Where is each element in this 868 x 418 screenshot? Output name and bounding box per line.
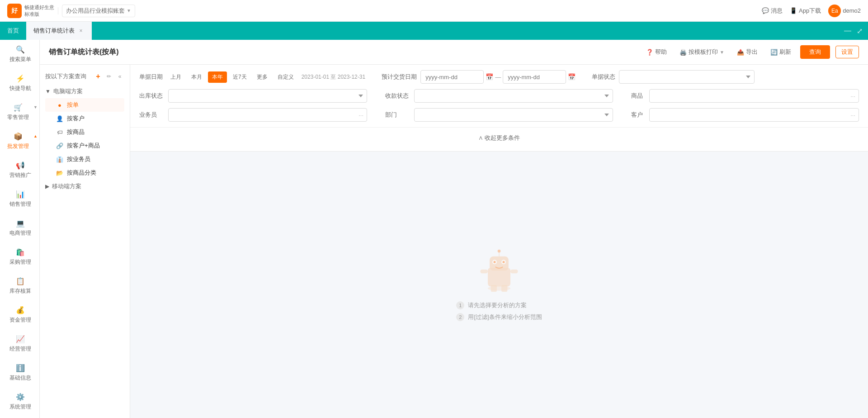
customer-more-icon[interactable]: ··· xyxy=(850,112,855,119)
top-bar-left: 好 畅捷通好生意 标准版 办公用品行业模拟账套 ▼ xyxy=(7,4,135,18)
filter-expected-date: 预计交货日期 📅 — 📅 xyxy=(382,70,576,84)
sidebar-item-label: 搜索菜单 xyxy=(9,56,31,63)
product-more-icon[interactable]: ··· xyxy=(850,93,855,100)
date-calendar-icon[interactable]: 📅 xyxy=(486,73,493,81)
scheme-item-label: 按业务员 xyxy=(67,155,90,163)
sidebar-item-label: 系统管理 xyxy=(9,403,31,411)
date-range-input: 📅 — 📅 xyxy=(420,70,576,84)
product-input[interactable] xyxy=(649,89,859,103)
refresh-btn[interactable]: 🔄 刷新 xyxy=(767,46,795,58)
filter-status: 单据状态 xyxy=(592,70,859,84)
top-bar: 好 畅捷通好生意 标准版 办公用品行业模拟账套 ▼ 💬 消息 📱 App下载 E… xyxy=(0,0,868,22)
sidebar-item-retail[interactable]: 🛒 零售管理 ▼ xyxy=(0,98,39,127)
user-area[interactable]: Ea demo2 xyxy=(828,5,861,17)
tab-maximize-btn[interactable]: ⤢ xyxy=(855,25,864,37)
scheme-edit-btn[interactable]: ✏ xyxy=(104,72,113,81)
sidebar-item-label: 资金管理 xyxy=(9,316,31,324)
svg-point-6 xyxy=(502,261,505,263)
message-btn[interactable]: 💬 消息 xyxy=(762,7,783,15)
settings-btn[interactable]: 设置 xyxy=(835,46,859,58)
scheme-add-btn[interactable]: + xyxy=(94,72,103,81)
status-select[interactable] xyxy=(619,70,755,84)
basic-info-icon: ℹ️ xyxy=(16,364,25,372)
scheme-item-by-product[interactable]: 🏷 按商品 xyxy=(45,125,124,139)
tab-sales-stat-label: 销售订单统计表 xyxy=(33,27,75,35)
tab-bar-actions: — ⤢ xyxy=(842,25,868,37)
refresh-icon: 🔄 xyxy=(770,49,778,56)
mobile-group-arrow-icon: ▶ xyxy=(45,183,49,190)
customer-control: ··· xyxy=(649,108,859,122)
sidebar-item-wholesale[interactable]: 📦 批发管理 ▲ xyxy=(0,127,39,156)
scheme-item-label: 按商品分类 xyxy=(67,169,96,177)
scheme-item-by-customer-product[interactable]: 🔗 按客户+商品 xyxy=(45,139,124,152)
scheme-item-by-category[interactable]: 📂 按商品分类 xyxy=(45,166,124,180)
filter-pay-status: 收款状态 xyxy=(385,89,613,103)
customer-input[interactable] xyxy=(649,108,859,122)
date-chip-7days[interactable]: 近7天 xyxy=(229,71,251,83)
sidebar-item-enterprise-collab[interactable]: 🤝 企业协同 xyxy=(0,416,39,418)
scheme-item-label: 按客户 xyxy=(67,114,85,123)
stock-status-select[interactable] xyxy=(168,89,367,103)
date-chip-more[interactable]: 更多 xyxy=(253,71,272,83)
tab-home-label: 首页 xyxy=(7,27,19,35)
department-select[interactable] xyxy=(414,108,613,122)
message-icon: 💬 xyxy=(762,7,769,14)
sidebar-item-search-menu[interactable]: 🔍 搜索菜单 xyxy=(0,40,39,69)
tab-close-icon[interactable]: × xyxy=(77,27,85,34)
scheme-group-mobile-title[interactable]: ▶ 移动端方案 xyxy=(45,180,124,193)
scheme-item-by-customer[interactable]: 👤 按客户 xyxy=(45,112,124,125)
date-chip-last-month[interactable]: 上月 xyxy=(166,71,185,83)
collapse-btn[interactable]: ∧ 收起更多条件 xyxy=(473,132,526,144)
filter-product: 商品 ··· xyxy=(631,89,859,103)
date-chip-this-month[interactable]: 本月 xyxy=(187,71,206,83)
department-control xyxy=(414,108,613,122)
scheme-group-pc: ▼ 电脑端方案 ● 按单 👤 按客户 🏷 按商品 xyxy=(40,85,130,180)
empty-tips: 1 请先选择要分析的方案 2 用[过滤]条件来缩小分析范围 xyxy=(456,301,542,321)
filter-row-3: 业务员 ··· 部门 xyxy=(130,108,868,127)
tab-sales-stat[interactable]: 销售订单统计表 × xyxy=(26,22,92,40)
sidebar-item-marketing[interactable]: 📢 营销推广 xyxy=(0,156,39,185)
sidebar-item-system[interactable]: ⚙️ 系统管理 xyxy=(0,387,39,416)
scheme-item-by-order[interactable]: ● 按单 xyxy=(45,98,124,112)
sidebar-item-operations[interactable]: 📈 经营管理 xyxy=(0,329,39,358)
scheme-collapse-btn[interactable]: « xyxy=(115,72,124,81)
salesperson-control: ··· xyxy=(168,108,367,122)
date-calendar-icon2[interactable]: 📅 xyxy=(568,73,576,81)
template-print-btn[interactable]: 🖨️ 按模板打印 ▼ xyxy=(676,46,728,58)
app-download-btn[interactable]: 📱 App下载 xyxy=(790,7,821,15)
export-icon: 📤 xyxy=(737,49,744,56)
scheme-group-pc-title[interactable]: ▼ 电脑端方案 xyxy=(45,85,124,98)
end-date-input[interactable] xyxy=(503,70,566,84)
tab-minimize-btn[interactable]: — xyxy=(842,25,853,37)
sidebar-item-basic-info[interactable]: ℹ️ 基础信息 xyxy=(0,358,39,387)
quick-nav-icon: ⚡ xyxy=(16,74,25,83)
pay-status-select[interactable] xyxy=(414,89,613,103)
scheme-item-by-salesperson[interactable]: 👔 按业务员 xyxy=(45,152,124,166)
filter-stock-status: 出库状态 xyxy=(139,89,367,103)
phone-icon: 📱 xyxy=(790,7,797,14)
sidebar-item-purchase[interactable]: 🛍️ 采购管理 xyxy=(0,242,39,271)
template-print-label: 按模板打印 xyxy=(689,48,718,56)
sidebar-item-ecommerce[interactable]: 💻 电商管理 xyxy=(0,214,39,242)
help-btn[interactable]: ❓ 帮助 xyxy=(642,46,670,58)
marketing-icon: 📢 xyxy=(16,161,25,170)
sidebar-item-sales-mgmt[interactable]: 📊 销售管理 xyxy=(0,185,39,214)
inner-layout: 按以下方案查询 + ✏ « ▼ 电脑端方案 xyxy=(40,65,868,418)
query-btn[interactable]: 查询 xyxy=(800,45,830,59)
start-date-input[interactable] xyxy=(420,70,484,84)
date-chip-this-year[interactable]: 本年 xyxy=(208,71,227,83)
logo-area[interactable]: 好 畅捷通好生意 标准版 xyxy=(7,4,54,18)
print-icon: 🖨️ xyxy=(679,49,687,56)
app-selector[interactable]: 办公用品行业模拟账套 ▼ xyxy=(62,5,135,17)
sidebar-item-inventory[interactable]: 📋 库存核算 xyxy=(0,271,39,300)
empty-tip-1: 1 请先选择要分析的方案 xyxy=(456,301,542,309)
sidebar-item-quick-nav[interactable]: ⚡ 快捷导航 xyxy=(0,69,39,98)
date-chip-custom[interactable]: 自定义 xyxy=(274,71,298,83)
salesperson-input[interactable] xyxy=(168,108,367,122)
scheme-icon-by-customer-product: 🔗 xyxy=(56,142,63,149)
export-btn[interactable]: 📤 导出 xyxy=(733,46,761,58)
sidebar-item-finance[interactable]: 💰 资金管理 xyxy=(0,300,39,329)
status-control xyxy=(619,70,859,84)
salesperson-more-icon[interactable]: ··· xyxy=(359,112,363,119)
tab-home[interactable]: 首页 xyxy=(0,22,26,40)
